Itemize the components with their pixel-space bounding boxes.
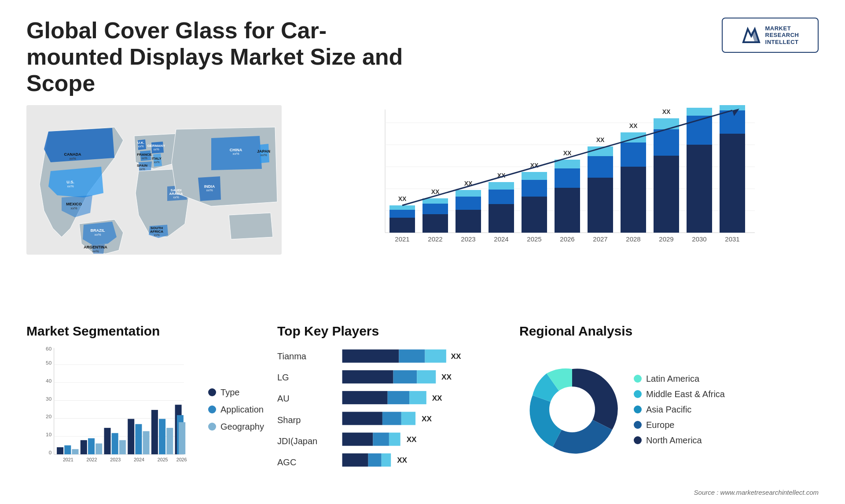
svg-rect-139 (425, 350, 446, 363)
svg-text:XX: XX (662, 108, 671, 115)
svg-text:xx%: xx% (260, 153, 267, 157)
svg-text:2021: 2021 (395, 235, 409, 243)
donut-chart-svg (519, 357, 625, 462)
key-players-section: Top Key Players Tianma LG AU Sharp JDI(J… (277, 324, 506, 491)
svg-rect-63 (555, 168, 580, 188)
svg-text:xx%: xx% (139, 168, 145, 171)
svg-rect-67 (588, 156, 613, 178)
players-list: Tianma LG AU Sharp JDI(Japan AGC XX (277, 346, 506, 473)
svg-rect-150 (382, 412, 401, 425)
svg-rect-44 (389, 205, 415, 210)
svg-text:2024: 2024 (494, 235, 508, 243)
svg-text:2027: 2027 (593, 235, 607, 243)
svg-rect-43 (389, 210, 415, 218)
svg-rect-42 (389, 218, 415, 233)
source-text: Source : www.marketresearchintellect.com (694, 489, 819, 496)
svg-rect-159 (382, 453, 391, 467)
legend-dot-type (208, 388, 216, 396)
svg-text:2021: 2021 (63, 457, 73, 462)
svg-rect-75 (654, 129, 679, 156)
legend-label-europe: Europe (646, 420, 675, 430)
legend-label-asia: Asia Pacific (646, 405, 691, 415)
legend-mea: Middle East & Africa (634, 389, 725, 399)
svg-rect-131 (166, 428, 173, 454)
svg-text:U.S.: U.S. (66, 180, 74, 184)
svg-rect-154 (373, 433, 389, 446)
svg-rect-115 (72, 449, 78, 454)
donut-chart-area (519, 357, 625, 462)
legend-dot-application (208, 405, 216, 413)
legend-latin-america: Latin America (634, 374, 725, 384)
svg-rect-78 (687, 145, 712, 233)
svg-marker-1 (751, 29, 759, 42)
svg-rect-76 (654, 118, 679, 129)
svg-rect-71 (621, 142, 646, 167)
svg-text:BRAZIL: BRAZIL (91, 228, 105, 233)
segmentation-title: Market Segmentation (26, 324, 264, 339)
svg-rect-46 (422, 214, 448, 233)
svg-text:GERMANY: GERMANY (147, 144, 166, 148)
svg-rect-62 (555, 188, 580, 233)
svg-text:FRANCE: FRANCE (137, 153, 152, 157)
svg-rect-118 (88, 438, 95, 455)
svg-text:XX: XX (431, 188, 440, 195)
svg-rect-135 (179, 422, 185, 454)
svg-rect-74 (654, 156, 679, 233)
svg-text:xx%: xx% (70, 206, 77, 210)
svg-text:xx%: xx% (232, 152, 239, 156)
svg-rect-149 (342, 412, 382, 425)
svg-rect-50 (456, 210, 481, 233)
svg-text:SPAIN: SPAIN (137, 164, 147, 168)
svg-text:XX: XX (422, 414, 432, 423)
svg-text:2026: 2026 (176, 457, 187, 462)
svg-text:xx%: xx% (69, 157, 76, 161)
legend-dot-mea (634, 390, 642, 398)
svg-text:XX: XX (398, 195, 407, 202)
svg-rect-125 (128, 419, 134, 454)
player-name-agc: AGC (277, 457, 317, 467)
svg-rect-147 (409, 391, 426, 404)
player-bars: XX XX XX (330, 346, 506, 473)
svg-text:2023: 2023 (461, 235, 475, 243)
svg-text:xx%: xx% (67, 184, 73, 188)
svg-point-161 (549, 387, 595, 432)
svg-text:2029: 2029 (659, 235, 673, 243)
svg-text:XX: XX (441, 373, 452, 381)
svg-rect-54 (489, 204, 514, 233)
regional-legend: Latin America Middle East & Africa Asia … (634, 374, 725, 446)
svg-rect-142 (393, 370, 417, 383)
legend-asia-pacific: Asia Pacific (634, 405, 725, 415)
svg-text:XX: XX (695, 105, 704, 106)
logo-icon (742, 26, 761, 45)
player-name-au: AU (277, 394, 317, 404)
regional-content: Latin America Middle East & Africa Asia … (519, 346, 819, 473)
legend-label-application: Application (220, 405, 264, 415)
svg-text:xx%: xx% (153, 148, 159, 151)
svg-text:60: 60 (46, 346, 52, 352)
svg-rect-153 (342, 433, 373, 446)
svg-rect-60 (522, 172, 547, 180)
legend-application: Application (208, 405, 264, 415)
legend-dot-geography (208, 423, 216, 431)
svg-rect-52 (456, 190, 481, 197)
legend-dot-asia (634, 405, 642, 413)
svg-rect-59 (522, 180, 547, 197)
world-map: CANADA xx% U.S. xx% MEXICO xx% BRAZIL xx… (26, 105, 282, 255)
legend-north-america: North America (634, 435, 725, 446)
key-players-title: Top Key Players (277, 324, 506, 339)
svg-text:2026: 2026 (560, 235, 574, 243)
svg-text:XX: XX (563, 150, 572, 157)
svg-rect-126 (135, 424, 142, 454)
svg-rect-129 (151, 410, 158, 454)
svg-text:2023: 2023 (110, 457, 121, 462)
svg-rect-83 (720, 110, 745, 134)
player-name-sharp: Sharp (277, 415, 317, 425)
legend-label-type: Type (220, 387, 239, 398)
svg-text:xx%: xx% (138, 145, 143, 148)
svg-text:ARGENTINA: ARGENTINA (84, 245, 107, 249)
svg-rect-157 (342, 453, 368, 467)
legend-dot-latin (634, 375, 642, 383)
svg-text:2025: 2025 (158, 457, 168, 462)
svg-rect-56 (489, 182, 514, 190)
svg-rect-137 (342, 350, 399, 363)
